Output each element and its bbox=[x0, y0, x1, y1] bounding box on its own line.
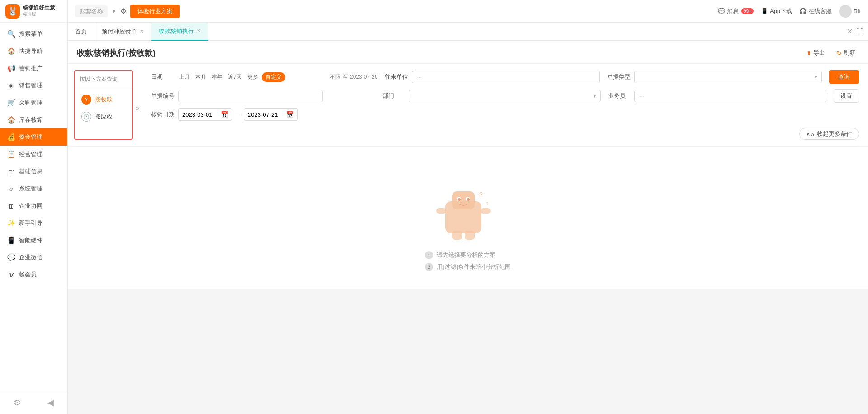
empty-step-2: 2 用[过滤]条件来缩小分析范围 bbox=[425, 263, 510, 271]
app-download-label: App下载 bbox=[770, 7, 792, 15]
sidebar-item-search-menu[interactable]: 🔍 搜索菜单 bbox=[0, 25, 67, 43]
sidebar-item-sales[interactable]: ◈ 销售管理 bbox=[0, 77, 67, 94]
sidebar-item-member[interactable]: V 畅会员 bbox=[0, 266, 67, 283]
sidebar-item-inventory[interactable]: 🏠 库存核算 bbox=[0, 111, 67, 128]
sidebar-bottom: ⚙ ◀ bbox=[0, 391, 67, 414]
filter-by-receipt[interactable]: ¥ 按收款 bbox=[75, 91, 132, 108]
sidebar-label-marketing: 营销推广 bbox=[19, 64, 42, 72]
verify-date-range: 2023-03-01 📅 — 2023-07-21 📅 bbox=[178, 108, 298, 121]
tab-receipt[interactable]: 收款核销执行 ✕ bbox=[151, 23, 208, 41]
sidebar-item-hardware[interactable]: 📱 智能硬件 bbox=[0, 232, 67, 249]
svg-point-5 bbox=[467, 198, 470, 201]
industry-btn[interactable]: 体验行业方案 bbox=[130, 5, 180, 18]
inventory-icon: 🏠 bbox=[7, 116, 15, 124]
account-dropdown-icon[interactable]: ▼ bbox=[111, 8, 117, 14]
sidebar: 🐰 畅捷通好生意 标准版 🔍 搜索菜单 🏠 快捷导航 📢 营销推广 ◈ 销售管理… bbox=[0, 0, 68, 414]
sidebar-label-enterprise: 企业协同 bbox=[19, 202, 42, 210]
query-btn[interactable]: 查询 bbox=[829, 70, 859, 84]
filter-by-receivable[interactable]: 🕐 按应收 bbox=[75, 108, 132, 125]
sidebar-item-basic-info[interactable]: 🗃 基础信息 bbox=[0, 163, 67, 180]
calendar-end-icon[interactable]: 📅 bbox=[286, 111, 294, 118]
sidebar-label-basic-info: 基础信息 bbox=[19, 167, 42, 176]
settings-bottom-icon[interactable]: ⚙ bbox=[12, 396, 23, 409]
step-num-2: 2 bbox=[425, 263, 433, 271]
doc-type-select[interactable] bbox=[634, 71, 822, 83]
staff-input[interactable]: ··· bbox=[634, 90, 826, 102]
sidebar-label-wechat: 企业微信 bbox=[19, 253, 42, 262]
sidebar-label-inventory: 库存核算 bbox=[19, 116, 42, 124]
tab-close-all-icon[interactable]: ✕ bbox=[847, 27, 853, 36]
tab-bar: 首页 预付冲应付单 ✕ 收款核销执行 ✕ ✕ ⛶ bbox=[68, 23, 868, 41]
tab-prepay-close-icon[interactable]: ✕ bbox=[140, 29, 144, 34]
receipt-icon: ¥ bbox=[81, 95, 91, 105]
tab-receipt-close-icon[interactable]: ✕ bbox=[197, 28, 201, 34]
settings-icon[interactable]: ⚙ bbox=[120, 7, 127, 15]
sidebar-item-management[interactable]: 📋 经营管理 bbox=[0, 146, 67, 163]
sidebar-label-search-menu: 搜索菜单 bbox=[19, 30, 42, 38]
phone-icon: 📱 bbox=[761, 8, 768, 14]
date-btn-7days[interactable]: 近7天 bbox=[226, 72, 244, 82]
filter-receivable-label: 按应收 bbox=[95, 113, 113, 121]
user-profile-btn[interactable]: Rit bbox=[839, 5, 861, 18]
svg-rect-9 bbox=[465, 231, 475, 240]
doc-no-label: 单据编号 bbox=[151, 92, 175, 100]
sidebar-item-quick-nav[interactable]: 🏠 快捷导航 bbox=[0, 43, 67, 60]
verify-date-start[interactable]: 2023-03-01 📅 bbox=[178, 108, 232, 121]
messages-btn[interactable]: 💬 消息 99+ bbox=[718, 7, 754, 15]
guide-icon: ✨ bbox=[7, 219, 15, 227]
sidebar-label-member: 畅会员 bbox=[19, 271, 37, 279]
dept-select-wrapper: ▼ bbox=[409, 90, 601, 102]
verify-date-start-value: 2023-03-01 bbox=[182, 111, 212, 118]
collapse-sidebar-icon[interactable]: ◀ bbox=[46, 396, 56, 409]
sidebar-item-marketing[interactable]: 📢 营销推广 bbox=[0, 60, 67, 77]
basic-info-icon: 🗃 bbox=[7, 168, 15, 176]
panel-collapse-btn[interactable]: » bbox=[133, 70, 142, 146]
top-bar: 账套名称 ▼ ⚙ 体验行业方案 💬 消息 99+ 📱 App下载 🎧 在线客服 … bbox=[68, 0, 868, 23]
partner-label: 往来单位 bbox=[385, 73, 408, 81]
sidebar-item-guide[interactable]: ✨ 新手引导 bbox=[0, 214, 67, 232]
export-btn[interactable]: ⬆ 导出 bbox=[803, 47, 829, 59]
svg-point-4 bbox=[458, 198, 461, 201]
settings-btn[interactable]: 设置 bbox=[834, 89, 859, 103]
sidebar-item-fund[interactable]: 💰 资金管理 bbox=[0, 128, 67, 146]
doc-no-input[interactable] bbox=[178, 90, 323, 102]
user-name: Rit bbox=[854, 8, 861, 14]
empty-state: ? ? 1 请先选择要分析的方案 2 用[过滤]条件来缩小分析范围 bbox=[68, 147, 868, 289]
verify-date-end-value: 2023-07-21 bbox=[248, 111, 278, 118]
refresh-btn[interactable]: ↻ 刷新 bbox=[833, 47, 859, 59]
date-to-value: 2023-07-26 bbox=[350, 74, 377, 80]
date-btn-custom[interactable]: 自定义 bbox=[262, 72, 285, 82]
tab-home[interactable]: 首页 bbox=[68, 23, 94, 41]
messages-badge: 99+ bbox=[741, 8, 754, 14]
doc-type-label: 单据类型 bbox=[607, 73, 631, 81]
system-icon: ○ bbox=[7, 185, 15, 193]
sidebar-label-system: 系统管理 bbox=[19, 185, 42, 193]
page-actions: ⬆ 导出 ↻ 刷新 bbox=[803, 47, 859, 59]
verify-date-end[interactable]: 2023-07-21 📅 bbox=[244, 108, 298, 121]
date-btn-more[interactable]: 更多 bbox=[245, 72, 260, 82]
sidebar-item-enterprise[interactable]: 🗓 企业协同 bbox=[0, 197, 67, 214]
tab-prepay[interactable]: 预付冲应付单 ✕ bbox=[94, 23, 151, 41]
collapse-more-btn[interactable]: ∧∧ 收起更多条件 bbox=[799, 128, 859, 140]
logo-sub: 标准版 bbox=[23, 11, 55, 18]
date-btn-last-month[interactable]: 上月 bbox=[177, 72, 192, 82]
sidebar-label-guide: 新手引导 bbox=[19, 219, 42, 227]
svg-rect-1 bbox=[452, 191, 475, 209]
date-to-label: 至 bbox=[343, 73, 348, 81]
sidebar-item-wechat[interactable]: 💬 企业微信 bbox=[0, 249, 67, 266]
online-service-btn[interactable]: 🎧 在线客服 bbox=[799, 7, 832, 15]
date-btn-this-year[interactable]: 本年 bbox=[210, 72, 224, 82]
date-btn-this-month[interactable]: 本月 bbox=[193, 72, 208, 82]
page-header: 收款核销执行(按收款) ⬆ 导出 ↻ 刷新 bbox=[68, 41, 868, 64]
sidebar-item-system[interactable]: ○ 系统管理 bbox=[0, 180, 67, 197]
sidebar-item-purchase[interactable]: 🛒 采购管理 bbox=[0, 94, 67, 111]
staff-label: 业务员 bbox=[608, 92, 631, 100]
dept-select[interactable] bbox=[409, 90, 601, 102]
partner-input[interactable]: ··· bbox=[412, 71, 599, 83]
calendar-start-icon[interactable]: 📅 bbox=[221, 111, 228, 118]
top-bar-right: 💬 消息 99+ 📱 App下载 🎧 在线客服 Rit bbox=[718, 5, 861, 18]
app-download-btn[interactable]: 📱 App下载 bbox=[761, 7, 792, 15]
tab-fullscreen-icon[interactable]: ⛶ bbox=[856, 28, 863, 36]
search-form: 日期 上月 本月 本年 近7天 更多 自定义 不限 至 2023 bbox=[142, 64, 868, 146]
export-icon: ⬆ bbox=[807, 50, 811, 57]
